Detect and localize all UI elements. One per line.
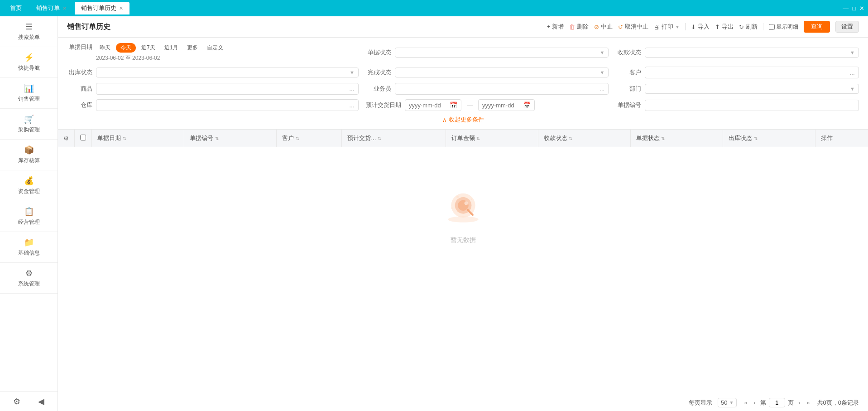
- display-details-checkbox[interactable]: 显示明细: [769, 23, 798, 31]
- th-receipt-status-sort-icon[interactable]: ⇅: [569, 136, 572, 141]
- select-all-checkbox[interactable]: [80, 135, 86, 140]
- sidebar-item-ops-mgmt[interactable]: 📋 经营管理: [0, 201, 58, 232]
- delivery-end-cal-icon[interactable]: 📅: [523, 102, 531, 109]
- date-btn-7days[interactable]: 近7天: [138, 43, 159, 53]
- warehouse-dots-btn[interactable]: ...: [349, 102, 355, 109]
- date-btn-today[interactable]: 今天: [116, 43, 136, 53]
- main-layout: ☰ 搜索菜单 ⚡ 快捷导航 📊 销售管理 🛒 采购管理 📦 库存核算 💰 资金管…: [0, 16, 868, 411]
- settings-icon[interactable]: ⚙: [63, 135, 69, 142]
- date-btn-more[interactable]: 更多: [183, 43, 201, 53]
- export-button[interactable]: ⬆ 导出: [715, 23, 734, 31]
- page-header: 销售订单历史 + 新增 🗑 删除 ⊘ 中止 ↺ 取消中止 🖨: [58, 16, 868, 38]
- ops-mgmt-icon: 📋: [24, 207, 34, 217]
- goods-text-input[interactable]: [100, 86, 349, 92]
- order-no-input[interactable]: [645, 100, 859, 111]
- date-btn-yesterday[interactable]: 昨天: [96, 43, 114, 53]
- delivery-date-start-input[interactable]: 📅: [405, 99, 461, 111]
- sidebar-item-sys-mgmt[interactable]: ⚙ 系统管理: [0, 263, 58, 294]
- tab-sales-order[interactable]: 销售订单 ✕: [30, 2, 73, 15]
- warehouse-text-input[interactable]: [100, 102, 349, 109]
- order-status-arrow-icon: ▼: [600, 50, 605, 55]
- sidebar: ☰ 搜索菜单 ⚡ 快捷导航 📊 销售管理 🛒 采购管理 📦 库存核算 💰 资金管…: [0, 16, 58, 411]
- th-settings[interactable]: ⚙: [58, 130, 75, 147]
- salesperson-input[interactable]: ...: [395, 83, 609, 95]
- stop-button[interactable]: ⊘ 中止: [594, 23, 613, 31]
- warehouse-label: 仓库: [67, 101, 92, 109]
- last-page-btn[interactable]: »: [805, 398, 811, 407]
- date-btn-1month[interactable]: 近1月: [161, 43, 182, 53]
- sidebar-item-purchase-mgmt[interactable]: 🛒 采购管理: [0, 109, 58, 140]
- th-order-no-sort-icon[interactable]: ⇅: [215, 136, 219, 141]
- sidebar-item-sales-mgmt[interactable]: 📊 销售管理: [0, 78, 58, 109]
- refresh-icon: ↻: [739, 24, 744, 30]
- cancel-stop-button[interactable]: ↺ 取消中止: [618, 23, 648, 31]
- th-customer-sort-icon[interactable]: ⇅: [296, 136, 299, 141]
- department-select[interactable]: ▼: [645, 84, 859, 94]
- salesperson-text-input[interactable]: [399, 86, 599, 92]
- total-info: 共0页，0条记录: [817, 399, 859, 407]
- goods-dots-btn[interactable]: ...: [349, 85, 355, 92]
- order-no-label: 单据编号: [616, 101, 641, 109]
- completion-status-select[interactable]: ▼: [395, 68, 609, 77]
- page-num-input[interactable]: [769, 398, 785, 407]
- page-size-select[interactable]: 50 ▼: [718, 398, 737, 407]
- tab-home[interactable]: 首页: [4, 2, 28, 15]
- th-delivery-sort-icon[interactable]: ⇅: [378, 136, 381, 141]
- delivery-date-end-input[interactable]: 📅: [478, 99, 535, 111]
- sidebar-item-funds-mgmt[interactable]: 💰 资金管理: [0, 170, 58, 201]
- tab-sales-order-close[interactable]: ✕: [62, 5, 67, 11]
- new-button[interactable]: + 新增: [547, 23, 564, 31]
- goods-input[interactable]: ...: [96, 83, 359, 95]
- window-controls: — □ ✕: [843, 5, 864, 12]
- prev-page-btn[interactable]: ‹: [752, 398, 758, 407]
- order-status-select[interactable]: ▼: [395, 48, 609, 58]
- import-button[interactable]: ⬇ 导入: [691, 23, 710, 31]
- sidebar-item-quick-nav[interactable]: ⚡ 快捷导航: [0, 47, 58, 78]
- display-details-input[interactable]: [769, 24, 775, 30]
- settings-button[interactable]: 设置: [835, 21, 859, 33]
- close-btn[interactable]: ✕: [859, 5, 864, 12]
- maximize-btn[interactable]: □: [852, 5, 856, 12]
- th-outbound-status-sort-icon[interactable]: ⇅: [754, 136, 758, 141]
- print-button[interactable]: 🖨 打印 ▼: [654, 23, 680, 31]
- th-order-status-sort-icon[interactable]: ⇅: [661, 136, 665, 141]
- minimize-btn[interactable]: —: [843, 5, 849, 12]
- refresh-button[interactable]: ↻ 刷新: [739, 23, 758, 31]
- warehouse-input[interactable]: ...: [96, 99, 359, 111]
- delete-button[interactable]: 🗑 删除: [569, 23, 589, 31]
- sidebar-bottom: ⚙ ◀: [0, 392, 58, 411]
- customer-input[interactable]: ...: [645, 67, 859, 78]
- sidebar-item-basic-info[interactable]: 📁 基础信息: [0, 232, 58, 263]
- page-nav: « ‹ 第 页 › »: [742, 398, 811, 407]
- basic-info-icon: 📁: [24, 237, 34, 247]
- customer-text-input[interactable]: [649, 69, 849, 76]
- customer-dots-btn[interactable]: ...: [849, 69, 855, 76]
- order-no-text-input[interactable]: [649, 102, 855, 109]
- th-date-sort-icon[interactable]: ⇅: [123, 136, 126, 141]
- next-page-btn[interactable]: ›: [796, 398, 802, 407]
- tab-sales-order-history[interactable]: 销售订单历史 ✕: [75, 2, 129, 15]
- department-container: 部门 ▼: [616, 84, 859, 94]
- svg-point-6: [456, 196, 459, 198]
- sidebar-item-stock-check[interactable]: 📦 库存核算: [0, 140, 58, 170]
- th-amount-sort-icon[interactable]: ⇅: [476, 136, 480, 141]
- outbound-status-select[interactable]: ▼: [96, 68, 359, 77]
- sidebar-item-search-menu[interactable]: ☰ 搜索菜单: [0, 16, 58, 47]
- first-page-btn[interactable]: «: [742, 398, 749, 407]
- filter-area: 单据日期 昨天 今天 近7天 近1月 更多 自定义 2023-06-02 至 2…: [58, 38, 868, 130]
- delivery-start-cal-icon[interactable]: 📅: [450, 102, 457, 109]
- collapse-up-icon: ∧: [442, 116, 447, 123]
- collapse-more-btn[interactable]: ∧ 收起更多条件: [67, 116, 859, 124]
- content-area: 销售订单历史 + 新增 🗑 删除 ⊘ 中止 ↺ 取消中止 🖨: [58, 16, 868, 411]
- salesperson-dots-btn[interactable]: ...: [599, 85, 605, 92]
- import-icon: ⬇: [691, 24, 696, 30]
- th-check[interactable]: [75, 130, 92, 147]
- receipt-status-select[interactable]: ▼: [645, 48, 859, 58]
- sidebar-settings-btn[interactable]: ⚙: [13, 396, 20, 406]
- sidebar-toggle-btn[interactable]: ◀: [38, 396, 44, 406]
- delivery-end-input[interactable]: [482, 102, 523, 109]
- date-btn-custom[interactable]: 自定义: [203, 43, 227, 53]
- tab-sales-order-history-close[interactable]: ✕: [119, 5, 123, 11]
- delivery-start-input[interactable]: [409, 102, 450, 109]
- query-button[interactable]: 查询: [804, 21, 830, 33]
